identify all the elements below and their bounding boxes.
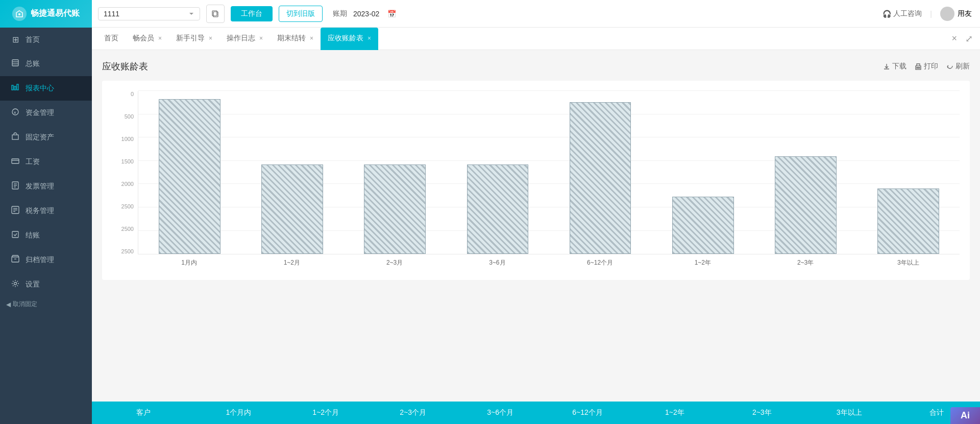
svg-rect-22: [12, 231, 18, 238]
page-title: 应收账龄表: [102, 60, 148, 73]
page-header: 应收账龄表 下载 打印: [102, 60, 970, 73]
svg-rect-6: [12, 85, 13, 90]
sidebar-item-close[interactable]: 结账: [0, 223, 92, 248]
sidebar-item-report[interactable]: 报表中心: [0, 76, 92, 101]
y-label-7: 0: [112, 91, 138, 97]
sidebar-item-home[interactable]: ⊞ 首页: [0, 28, 92, 52]
th-1-2year: 1~2年: [631, 408, 718, 417]
th-customer: 客户: [92, 408, 195, 417]
period-label: 账期: [333, 9, 347, 18]
consult-button[interactable]: 🎧 人工咨询: [883, 9, 922, 18]
ledger-icon: [10, 59, 20, 69]
th-1month: 1个月内: [195, 408, 282, 417]
th-6-12month: 6~12个月: [544, 408, 631, 417]
tab-yearend-close[interactable]: ×: [310, 35, 313, 42]
sidebar-item-label: 总账: [26, 59, 40, 68]
report-icon: [10, 83, 20, 93]
svg-rect-11: [12, 135, 18, 139]
sidebar-item-archive[interactable]: 归档管理: [0, 248, 92, 272]
tab-agereport-label: 应收账龄表: [328, 34, 363, 43]
download-button[interactable]: 下载: [883, 62, 906, 71]
user-area[interactable]: 用友: [940, 7, 972, 21]
tab-oplog-close[interactable]: ×: [259, 35, 263, 42]
bar-group-2: [241, 91, 344, 254]
logo-area: 畅捷通易代账: [0, 0, 92, 28]
tab-member-close[interactable]: ×: [158, 35, 162, 42]
refresh-button[interactable]: 刷新: [946, 62, 970, 71]
sidebar-item-label: 报表中心: [26, 84, 54, 93]
tab-oplog-label: 操作日志: [227, 34, 255, 43]
x-label-5: 6~12个月: [549, 254, 651, 270]
bar-4: [467, 164, 529, 254]
cancel-fixed-icon: ◀: [6, 301, 11, 308]
dropdown-icon: [188, 11, 194, 17]
copy-button[interactable]: [206, 5, 225, 23]
home-icon: ⊞: [10, 35, 20, 44]
svg-point-25: [14, 282, 17, 285]
tab-agereport[interactable]: 应收账龄表 ×: [321, 28, 378, 50]
tab-home[interactable]: 首页: [97, 28, 126, 50]
refresh-icon: [946, 63, 953, 70]
bar-group-8: [857, 91, 960, 254]
print-button[interactable]: 打印: [915, 62, 938, 71]
ai-badge-label: Ai: [961, 410, 970, 420]
sidebar-item-ledger[interactable]: 总账: [0, 52, 92, 76]
bar-group-7: [754, 91, 857, 254]
tab-yearend[interactable]: 期末结转 ×: [270, 28, 321, 50]
sidebar-item-settings[interactable]: 设置: [0, 272, 92, 297]
tab-guide-label: 新手引导: [176, 34, 205, 43]
logo-icon: [12, 7, 27, 21]
tabs-bar: 首页 畅会员 × 新手引导 × 操作日志 × 期末结转 × 应收账龄表 ×: [92, 28, 980, 50]
header-right: 🎧 人工咨询 | 用友: [883, 7, 972, 21]
th-2-3year: 2~3年: [718, 408, 805, 417]
cancel-fixed-button[interactable]: ◀ 取消固定: [0, 297, 92, 312]
sidebar-item-salary[interactable]: 工资: [0, 150, 92, 174]
x-label-3: 2~3月: [344, 254, 446, 270]
content-area: 首页 畅会员 × 新手引导 × 操作日志 × 期末结转 × 应收账龄表 ×: [92, 28, 980, 424]
tab-guide[interactable]: 新手引导 ×: [169, 28, 219, 50]
close-all-button[interactable]: ×: [949, 31, 959, 46]
svg-rect-23: [12, 257, 19, 262]
avatar: [940, 7, 954, 21]
tab-guide-close[interactable]: ×: [209, 35, 212, 42]
th-3-6month: 3~6个月: [457, 408, 544, 417]
user-label: 用友: [958, 9, 972, 18]
company-selector[interactable]: 1111: [98, 7, 200, 20]
sidebar-item-label: 首页: [26, 35, 40, 44]
sidebar-item-label: 税务管理: [26, 206, 54, 216]
switch-old-button[interactable]: 切到旧版: [279, 6, 323, 22]
logo-text: 畅捷通易代账: [31, 8, 80, 19]
x-label-2: 1~2月: [240, 254, 343, 270]
x-label-6: 1~2年: [651, 254, 754, 270]
sidebar-item-label: 工资: [26, 157, 40, 167]
sidebar-item-funds[interactable]: ¥ 资金管理: [0, 101, 92, 125]
download-label: 下载: [892, 62, 906, 71]
sidebar-item-invoice[interactable]: 发票管理: [0, 174, 92, 199]
tab-yearend-label: 期末结转: [277, 34, 306, 43]
tab-agereport-close[interactable]: ×: [368, 35, 371, 42]
main-layout: ⊞ 首页 总账 报表中心: [0, 28, 980, 424]
tab-member[interactable]: 畅会员 ×: [126, 28, 169, 50]
y-label-0: 2500: [112, 248, 138, 254]
x-label-1: 1月内: [138, 254, 240, 270]
bar-5: [570, 102, 631, 254]
action-buttons: 下载 打印 刷新: [883, 62, 970, 71]
calendar-icon[interactable]: 📅: [387, 10, 396, 18]
sidebar-item-label: 归档管理: [26, 255, 54, 265]
y-label-5: 1000: [112, 136, 138, 142]
bar-7: [775, 156, 837, 254]
svg-rect-7: [14, 86, 16, 90]
sidebar-item-assets[interactable]: 固定资产: [0, 125, 92, 150]
tabs-actions: × ⤢: [949, 31, 975, 46]
svg-point-0: [18, 13, 20, 15]
invoice-icon: [10, 181, 20, 192]
ai-badge[interactable]: Ai: [950, 407, 980, 424]
sidebar-item-tax[interactable]: 税务管理: [0, 199, 92, 223]
workbench-button[interactable]: 工作台: [231, 6, 273, 21]
svg-rect-12: [12, 159, 19, 163]
bar-1: [159, 99, 220, 254]
tab-member-label: 畅会员: [133, 34, 154, 43]
expand-button[interactable]: ⤢: [963, 31, 975, 46]
tab-oplog[interactable]: 操作日志 ×: [219, 28, 270, 50]
sidebar-item-label: 结账: [26, 231, 40, 240]
